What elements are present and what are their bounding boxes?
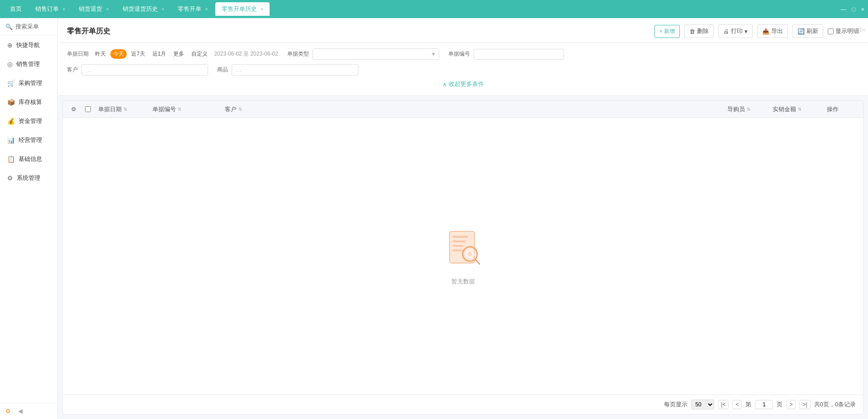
close-tab-retail-open[interactable]: × bbox=[205, 6, 208, 12]
page-number-input[interactable]: 1 bbox=[755, 400, 773, 409]
restore-button[interactable]: □ bbox=[852, 6, 856, 13]
close-tab-sales-order[interactable]: × bbox=[62, 6, 65, 12]
doc-num-input[interactable] bbox=[474, 49, 564, 60]
tab-sales-order[interactable]: 销售订单 × bbox=[29, 2, 71, 16]
th-action: 操作 bbox=[823, 105, 859, 113]
sidebar-item-inventory[interactable]: 📦 库存核算 bbox=[0, 93, 57, 112]
goods-input[interactable]: … bbox=[232, 64, 358, 75]
tab-sales-return-history-label: 销货退货历史 bbox=[123, 5, 158, 13]
doc-num-label: 单据编号 bbox=[448, 50, 470, 58]
goods-filter: 商品 … bbox=[217, 64, 358, 75]
sidebar-item-system[interactable]: ⚙ 系统管理 bbox=[0, 169, 57, 188]
tab-sales-return[interactable]: 销货退货 × bbox=[72, 2, 115, 16]
doc-num-filter: 单据编号 bbox=[448, 49, 564, 60]
close-tab-retail-open-history[interactable]: × bbox=[261, 6, 263, 12]
svg-rect-1 bbox=[452, 236, 468, 238]
print-button[interactable]: 🖨 打印 ▾ bbox=[718, 24, 753, 38]
page-title: 零售开单历史 bbox=[67, 27, 110, 36]
table-select-all-checkbox[interactable] bbox=[81, 106, 95, 112]
th-customer[interactable]: 客户 ⇅ bbox=[221, 105, 724, 113]
sidebar-item-sales-mgmt-label: 销售管理 bbox=[16, 60, 40, 68]
total-records: 共0页，0条记录 bbox=[814, 400, 856, 409]
export-icon: 📤 bbox=[762, 28, 769, 35]
sidebar-search[interactable]: 🔍 搜索采单 bbox=[0, 18, 57, 36]
prev-page-button[interactable]: < bbox=[732, 400, 742, 409]
doc-type-select[interactable]: ▾ bbox=[313, 48, 439, 60]
svg-line-7 bbox=[475, 259, 479, 264]
svg-rect-3 bbox=[452, 245, 464, 247]
next-page-button[interactable]: > bbox=[786, 400, 796, 409]
date-btn-7days[interactable]: 近7天 bbox=[128, 49, 148, 59]
tab-bar: 首页 销售订单 × 销货退货 × 销货退货历史 × 零售开单 × 零售开单历史 … bbox=[4, 2, 841, 16]
delete-button[interactable]: 🗑 删除 bbox=[684, 24, 714, 38]
empty-state: 暂无数据 bbox=[63, 118, 863, 395]
date-btn-custom[interactable]: 自定义 bbox=[189, 49, 210, 59]
doc-type-label: 单据类型 bbox=[287, 50, 309, 58]
tab-sales-return-history[interactable]: 销货退货历史 × bbox=[116, 2, 171, 16]
customer-placeholder: … bbox=[85, 66, 91, 73]
tab-sales-return-label: 销货退货 bbox=[79, 5, 102, 13]
content-area: 零售开单历史 + 新增 🗑 删除 🖨 打印 ▾ 📤 导出 🔄 bbox=[58, 18, 868, 419]
th-date-label: 单据日期 bbox=[98, 105, 122, 113]
print-label: 打印 bbox=[731, 27, 743, 35]
minimize-button[interactable]: — bbox=[841, 6, 847, 13]
refresh-icon: 🔄 bbox=[797, 28, 805, 35]
tab-sales-order-label: 销售订单 bbox=[35, 5, 59, 13]
sidebar-item-operation[interactable]: 📊 经营管理 bbox=[0, 131, 57, 150]
last-page-button[interactable]: >| bbox=[799, 400, 810, 409]
close-button[interactable]: × bbox=[861, 6, 864, 13]
date-filter: 单据日期 昨天 今天 近7天 近1月 更多 自定义 2023-06-02 至 2… bbox=[67, 49, 278, 59]
sidebar-item-purchase-mgmt[interactable]: 🛒 采购管理 bbox=[0, 74, 57, 93]
display-detail-checkbox[interactable] bbox=[828, 28, 834, 34]
purchase-mgmt-icon: 🛒 bbox=[7, 80, 15, 87]
select-all-input[interactable] bbox=[85, 106, 91, 112]
tab-retail-open[interactable]: 零售开单 × bbox=[171, 2, 214, 16]
finance-icon: 💰 bbox=[7, 118, 15, 125]
tab-home[interactable]: 首页 bbox=[4, 2, 28, 16]
svg-point-8 bbox=[468, 252, 472, 256]
filter-area: 单据日期 昨天 今天 近7天 近1月 更多 自定义 2023-06-02 至 2… bbox=[58, 43, 868, 96]
tab-retail-open-label: 零售开单 bbox=[178, 5, 201, 13]
th-date[interactable]: 单据日期 ⇅ bbox=[95, 105, 149, 113]
sidebar-item-finance-label: 资金管理 bbox=[19, 117, 42, 125]
settings-icon[interactable]: ⚙ bbox=[5, 408, 11, 414]
th-amount[interactable]: 实销金额 ⇅ bbox=[769, 105, 823, 113]
export-button[interactable]: 📤 导出 bbox=[757, 24, 788, 38]
page-end-label: 页 bbox=[777, 400, 783, 409]
date-btn-today[interactable]: 今天 bbox=[110, 49, 127, 59]
basic-info-icon: 📋 bbox=[7, 155, 15, 163]
date-btn-yesterday[interactable]: 昨天 bbox=[92, 49, 109, 59]
th-guide[interactable]: 导购员 ⇅ bbox=[724, 105, 769, 113]
th-num[interactable]: 单据编号 ⇅ bbox=[149, 105, 221, 113]
date-filter-label: 单据日期 bbox=[67, 50, 89, 58]
per-page-select[interactable]: 50 100 200 bbox=[691, 400, 714, 410]
collapse-sidebar-icon[interactable]: ◀ bbox=[18, 408, 23, 414]
date-btn-more[interactable]: 更多 bbox=[171, 49, 187, 59]
th-num-label: 单据编号 bbox=[152, 105, 176, 113]
tab-retail-open-history[interactable]: 零售开单历史 × bbox=[215, 2, 270, 16]
print-icon: 🖨 bbox=[723, 28, 729, 35]
window-controls: — □ × bbox=[841, 6, 864, 13]
pagination: 每页显示 50 100 200 |< < 第 1 页 > >| 共0页，0条记录 bbox=[63, 395, 863, 414]
sidebar-item-finance[interactable]: 💰 资金管理 bbox=[0, 112, 57, 131]
th-customer-label: 客户 bbox=[225, 105, 237, 113]
close-tab-sales-return-history[interactable]: × bbox=[161, 6, 164, 12]
sidebar-item-basic-info[interactable]: 📋 基础信息 bbox=[0, 150, 57, 169]
close-tab-sales-return[interactable]: × bbox=[106, 6, 109, 12]
date-btn-1month[interactable]: 近1月 bbox=[150, 49, 169, 59]
refresh-button[interactable]: 🔄 刷新 bbox=[792, 24, 823, 38]
customer-input[interactable]: … bbox=[81, 64, 208, 75]
page-header: 零售开单历史 + 新增 🗑 删除 🖨 打印 ▾ 📤 导出 🔄 bbox=[58, 18, 868, 43]
sidebar-item-quick-nav[interactable]: ⊕ 快捷导航 bbox=[0, 36, 57, 55]
first-page-button[interactable]: |< bbox=[718, 400, 729, 409]
sidebar-item-sales-mgmt[interactable]: ◎ 销售管理 bbox=[0, 55, 57, 74]
table-settings-button[interactable]: ⚙ bbox=[66, 106, 81, 113]
collapse-up-icon: ∧ bbox=[442, 81, 447, 88]
sidebar-bottom: ⚙ ◀ bbox=[0, 403, 57, 419]
customer-label: 客户 bbox=[67, 66, 78, 74]
sidebar-item-operation-label: 经营管理 bbox=[19, 136, 42, 144]
collapse-more-conditions[interactable]: ∧ 收起更多条件 bbox=[67, 80, 859, 88]
goods-placeholder: … bbox=[236, 66, 242, 73]
tab-retail-open-history-label: 零售开单历史 bbox=[222, 5, 257, 13]
add-button[interactable]: + 新增 bbox=[655, 25, 680, 38]
